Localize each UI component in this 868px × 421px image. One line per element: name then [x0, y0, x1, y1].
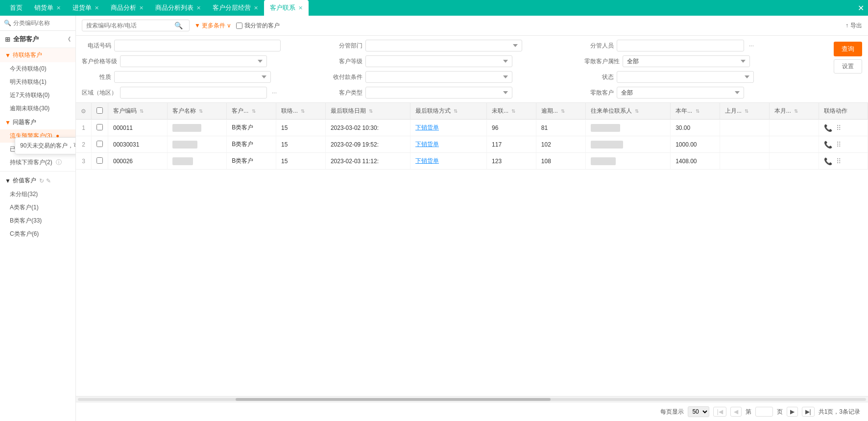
tab-close-purchase[interactable]: ✕ [95, 5, 99, 11]
row-last-contact-method[interactable]: 下销货单 [410, 153, 487, 170]
sidebar-section-value[interactable]: ▼ 价值客户 ↻ ✎ [0, 173, 75, 188]
tab-home[interactable]: 首页 [4, 0, 28, 16]
th-type[interactable]: 客户... ⇅ [227, 103, 276, 120]
customer-type-select[interactable] [365, 87, 512, 99]
sidebar-item-overdue[interactable]: 逾期未联络(30) [0, 102, 75, 115]
first-page-btn[interactable]: |◀ [713, 407, 726, 417]
dept-select[interactable] [365, 40, 522, 51]
tab-close-product-analysis-list[interactable]: ✕ [196, 5, 201, 11]
sidebar-item-ungrouped[interactable]: 未分组(32) [0, 188, 75, 201]
row-type: B类客户 [227, 153, 276, 170]
row-action-phone-icon[interactable]: 📞 [824, 157, 832, 165]
sidebar-all-customers[interactable]: ⊞ 全部客户 《 [0, 31, 75, 48]
th-this-month[interactable]: 本月... ⇅ [769, 103, 819, 120]
th-last-month[interactable]: 上月... ⇅ [720, 103, 769, 120]
th-overdue[interactable]: 逾期... ⇅ [536, 103, 585, 120]
row-checkbox[interactable] [92, 120, 108, 136]
tab-product-analysis-list[interactable]: 商品分析列表 ✕ [149, 0, 207, 16]
region-more-icon[interactable]: ··· [270, 89, 279, 96]
zero-retail-attr-select[interactable]: 全部 [623, 55, 750, 67]
th-last-contact-date[interactable]: 最后联络日期 ⇅ [325, 103, 410, 120]
page-input[interactable]: 1 [755, 407, 773, 417]
row-checkbox[interactable] [92, 153, 108, 170]
th-checkbox[interactable] [92, 103, 108, 120]
sort-arrows-last-contact-date: ⇅ [369, 108, 373, 114]
th-this-year[interactable]: 本年... ⇅ [671, 103, 720, 120]
row-action-more-icon[interactable]: ⠿ [836, 124, 841, 132]
tab-customer-segmentation[interactable]: 客户分层经营 ✕ [207, 0, 264, 16]
th-contact-person[interactable]: 往来单位联系人 ⇅ [585, 103, 670, 120]
sidebar-item-declining[interactable]: 持续下滑客户(2) ⓘ [0, 156, 75, 169]
th-code[interactable]: 客户编码 ⇅ [108, 103, 168, 120]
refresh-icon[interactable]: ↻ [39, 177, 44, 184]
scroll-thumb[interactable] [236, 398, 551, 401]
row-last-contact-method[interactable]: 下销货单 [410, 136, 487, 153]
row-name: █████ [168, 136, 227, 153]
next-page-btn[interactable]: ▶ [787, 407, 798, 417]
sidebar-item-today[interactable]: 今天待联络(0) [0, 62, 75, 75]
tooltip-box: 90天未交易的客户，可能有流失风险。 [15, 137, 76, 154]
sidebar-section-problem[interactable]: ▼ 问题客户 [0, 115, 75, 129]
customer-level-select[interactable] [365, 55, 512, 67]
zero-retail-select[interactable]: 全部 [617, 87, 744, 99]
sidebar-item-class-b[interactable]: B类客户(33) [0, 214, 75, 227]
row-action-more-icon[interactable]: ⠿ [836, 157, 841, 165]
per-page-select[interactable]: 50 [688, 406, 709, 417]
th-uncontacted[interactable]: 未联... ⇅ [487, 103, 536, 120]
table-row: 1 000011 ██████ B类客户 15 2023-03-02 10:30… [76, 120, 868, 136]
sidebar-item-class-c[interactable]: C类客户(6) [0, 227, 75, 241]
tab-customer-contact[interactable]: 客户联系 ✕ [264, 0, 309, 16]
row-action-more-icon[interactable]: ⠿ [836, 141, 841, 149]
row-action-phone-icon[interactable]: 📞 [824, 124, 832, 132]
sort-arrows-code: ⇅ [140, 108, 144, 114]
payment-select[interactable] [365, 71, 512, 83]
tab-product-analysis[interactable]: 商品分析 ✕ [105, 0, 149, 16]
tab-close-sales[interactable]: ✕ [56, 5, 61, 11]
gear-icon-th[interactable]: ⚙ [81, 108, 86, 115]
chevron-down-icon: ∨ [227, 22, 231, 29]
filter-row-1: 电话号码 分管部门 分管人员 ··· [82, 40, 830, 51]
nature-select[interactable] [114, 71, 271, 83]
status-select[interactable] [617, 71, 754, 83]
sidebar-item-class-a[interactable]: A类客户(1) [0, 201, 75, 214]
my-customers-checkbox[interactable]: 我分管的客户 [236, 22, 280, 30]
search-button[interactable]: 🔍 [174, 22, 183, 29]
page-label: 第 [746, 408, 751, 416]
last-page-btn[interactable]: ▶| [802, 407, 815, 417]
more-conditions-button[interactable]: ▼ 更多条件 ∨ [194, 22, 231, 30]
my-customers-check[interactable] [236, 23, 242, 29]
row-checkbox[interactable] [92, 136, 108, 153]
query-button[interactable]: 查询 [834, 42, 862, 56]
tab-close-product-analysis[interactable]: ✕ [139, 5, 144, 11]
tab-close-customer-contact[interactable]: ✕ [298, 5, 303, 11]
tab-close-customer-segmentation[interactable]: ✕ [254, 5, 258, 11]
settings-button[interactable]: 设置 [834, 59, 862, 74]
manager-more-icon[interactable]: ··· [747, 42, 756, 49]
edit-icon[interactable]: ✎ [46, 177, 51, 184]
row-type: B类客户 [227, 120, 276, 136]
row-action-phone-icon[interactable]: 📞 [824, 141, 832, 149]
th-contact-count[interactable]: 联络... ⇅ [276, 103, 326, 120]
price-level-select[interactable] [120, 55, 267, 67]
phone-input[interactable] [114, 40, 281, 51]
sidebar-item-tomorrow[interactable]: 明天待联络(1) [0, 75, 75, 89]
select-all-checkbox[interactable] [96, 107, 103, 114]
region-input[interactable] [120, 87, 267, 99]
prev-page-btn[interactable]: ◀ [730, 407, 742, 417]
th-name[interactable]: 客户名称 ⇅ [168, 103, 227, 120]
sidebar-item-7days[interactable]: 近7天待联络(0) [0, 89, 75, 102]
manager-input[interactable] [617, 40, 744, 51]
th-gear[interactable]: ⚙ [76, 103, 92, 120]
row-last-contact-method[interactable]: 下销货单 [410, 120, 487, 136]
tab-bar: 首页 销货单 ✕ 进货单 ✕ 商品分析 ✕ 商品分析列表 ✕ 客户分层经营 ✕ … [0, 0, 868, 16]
tab-purchase[interactable]: 进货单 ✕ [67, 0, 105, 16]
th-last-contact-method[interactable]: 最后联络方式 ⇅ [410, 103, 487, 120]
export-button[interactable]: ↑ 导出 [845, 22, 862, 30]
sidebar-search-input[interactable] [13, 20, 76, 26]
horizontal-scrollbar[interactable] [76, 396, 868, 402]
window-close-icon[interactable]: ✕ [858, 3, 864, 13]
sidebar-section-pending[interactable]: ▼ 待联络客户 [0, 48, 75, 62]
scroll-track[interactable] [78, 398, 866, 401]
search-input[interactable] [86, 22, 174, 29]
tab-sales[interactable]: 销货单 ✕ [28, 0, 67, 16]
